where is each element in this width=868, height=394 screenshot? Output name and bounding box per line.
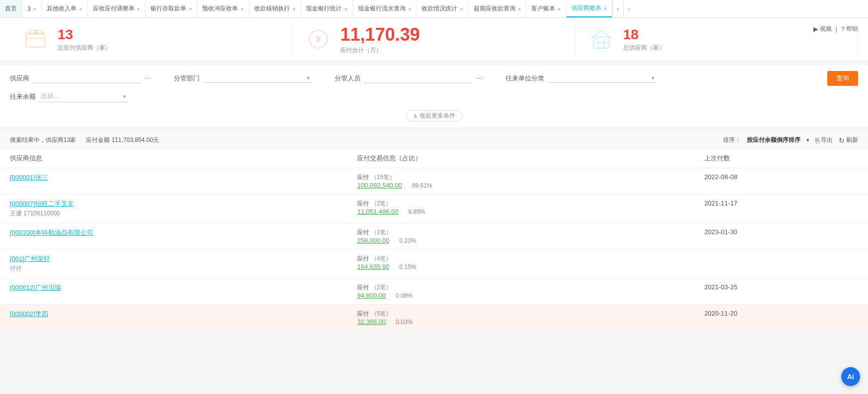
tx-amount-link[interactable]: 164,635.90 bbox=[357, 263, 389, 270]
last-pay-cell: 2023-01-30 bbox=[694, 223, 868, 250]
tab-3[interactable]: 3 × bbox=[22, 0, 42, 17]
tab-other-income[interactable]: 其他收入单 × bbox=[42, 0, 87, 17]
tx-amount-row: 100,092,540.0089.61% bbox=[357, 182, 684, 189]
tx-percent: 0.03% bbox=[396, 319, 413, 326]
total-suppliers-number: 18 bbox=[623, 26, 665, 43]
tx-amount-link[interactable]: 94,600.00 bbox=[357, 292, 386, 299]
supplier-link[interactable]: [000012]广州贝瑞 bbox=[10, 284, 61, 291]
tx-type-label: 应付 bbox=[357, 200, 370, 207]
category-select[interactable]: ▾ bbox=[547, 74, 656, 83]
close-icon[interactable]: × bbox=[408, 6, 411, 12]
tab-ar-ap-adjust[interactable]: 应收应付调整单 × bbox=[88, 0, 145, 17]
tab-payment-stats[interactable]: 收款情况统计 × bbox=[417, 0, 468, 17]
refresh-icon: ↻ bbox=[839, 136, 845, 144]
last-pay-cell: 2022-08-08 bbox=[694, 168, 868, 195]
nav-arrow-left[interactable]: ‹ bbox=[612, 0, 623, 17]
tab-bank-deposit[interactable]: 银行存取款单 × bbox=[145, 0, 197, 17]
person-input[interactable] bbox=[363, 73, 473, 83]
table-row: [000007]恒旺二手叉车王通 17106110000应付 （2笔）11,05… bbox=[0, 195, 868, 223]
money-icon: ¥ bbox=[304, 25, 332, 53]
sort-value[interactable]: 按应付余额倒序排序 bbox=[747, 136, 800, 144]
tab-cash-bank-flow[interactable]: 现金银行流水查询 × bbox=[353, 0, 417, 17]
close-icon[interactable]: × bbox=[344, 6, 347, 12]
supplier-sub-info: 王通 17106110000 bbox=[10, 209, 337, 218]
tab-supplier-ledger[interactable]: 供应商账本 × bbox=[567, 0, 612, 17]
payable-total-label: 应付合计（万） bbox=[340, 46, 420, 55]
close-icon[interactable]: × bbox=[79, 6, 82, 12]
result-count: 搜索结果中，供应商13家 bbox=[10, 136, 76, 144]
nav-arrow-right[interactable]: › bbox=[623, 0, 634, 17]
close-icon[interactable]: × bbox=[189, 6, 192, 12]
close-icon[interactable]: × bbox=[240, 6, 243, 12]
tx-amount-link[interactable]: 32,366.00 bbox=[357, 318, 386, 326]
tab-customer-ledger[interactable]: 客户账本 × bbox=[526, 0, 566, 17]
summary-payable-suppliers: 13 总应付供应商（家） bbox=[10, 25, 292, 53]
chevron-up-icon: ∧ bbox=[413, 113, 418, 120]
store-icon bbox=[587, 25, 615, 53]
video-link[interactable]: ▶ 视频 bbox=[813, 25, 832, 33]
close-icon[interactable]: × bbox=[558, 6, 561, 12]
balance-select[interactable]: 选择... ▾ bbox=[39, 91, 128, 102]
close-icon[interactable]: × bbox=[604, 5, 607, 11]
tab-payment-verify[interactable]: 收款核销执行 × bbox=[249, 0, 301, 17]
supplier-icon bbox=[22, 25, 50, 53]
svg-rect-7 bbox=[598, 42, 604, 48]
collapse-conditions-button[interactable]: ∧ 收起更多条件 bbox=[406, 110, 463, 122]
chevron-down-icon: ▾ bbox=[806, 137, 809, 143]
supplier-filter-label: 供应商 bbox=[10, 74, 29, 83]
tx-type-label: 应付 bbox=[357, 229, 370, 236]
supplier-info-cell: [001]广州荣轩仔仔 bbox=[0, 250, 347, 278]
tx-count: （4笔） bbox=[371, 255, 392, 262]
summary-payable-total: ¥ 11,170.39 应付合计（万） bbox=[292, 24, 575, 55]
last-pay-cell: 2020-11-20 bbox=[694, 305, 868, 331]
refresh-button[interactable]: ↻ 刷新 bbox=[839, 136, 858, 144]
close-icon[interactable]: × bbox=[518, 6, 521, 12]
tx-percent: 89.61% bbox=[412, 182, 433, 189]
chevron-down-icon: ▾ bbox=[307, 75, 310, 81]
supplier-link[interactable]: [001]广州荣轩 bbox=[10, 255, 50, 263]
separator: | bbox=[836, 26, 837, 33]
export-button[interactable]: ⎘ 导出 bbox=[815, 136, 833, 144]
result-bar: 搜索结果中，供应商13家 应付金额 111,703,854.00元 排序： 按应… bbox=[0, 132, 868, 149]
supplier-link[interactable]: [000002]李四 bbox=[10, 310, 48, 318]
tab-cash-bank-stats[interactable]: 现金银行统计 × bbox=[301, 0, 353, 17]
tx-amount-link[interactable]: 11,051,486.00 bbox=[357, 208, 398, 215]
help-icon: ? bbox=[841, 25, 845, 33]
close-icon[interactable]: × bbox=[33, 6, 36, 12]
tx-count: （2笔） bbox=[371, 200, 392, 207]
close-icon[interactable]: × bbox=[292, 6, 295, 12]
filter-row-1: 供应商 ··· 分管部门 ▾ 分管人员 ··· 往来单位分类 ▾ 查询 bbox=[10, 71, 858, 86]
close-icon[interactable]: × bbox=[460, 6, 463, 12]
filter-department: 分管部门 ▾ bbox=[174, 74, 312, 83]
tab-advance-offset[interactable]: 预收冲应收单 × bbox=[197, 0, 249, 17]
table-row: [000001]张三应付 （15笔）100,092,540.0089.61%20… bbox=[0, 168, 868, 195]
dept-select[interactable]: ▾ bbox=[203, 74, 312, 83]
dept-filter-label: 分管部门 bbox=[174, 74, 200, 83]
supplier-link[interactable]: [000100]本特勒油品有限公司 bbox=[10, 229, 93, 236]
filter-category: 往来单位分类 ▾ bbox=[506, 74, 656, 83]
close-icon[interactable]: × bbox=[137, 6, 140, 12]
tab-overdue-ar[interactable]: 超期应收款查询 × bbox=[469, 0, 526, 17]
supplier-dots-button[interactable]: ··· bbox=[145, 74, 151, 83]
tab-home[interactable]: 首页 bbox=[0, 0, 22, 17]
tx-count: （2笔） bbox=[371, 284, 392, 291]
table-row: [000012]广州贝瑞应付 （2笔）94,600.000.08%2021-03… bbox=[0, 278, 868, 305]
payable-total-number: 11,170.39 bbox=[340, 24, 420, 45]
tx-label-row: 应付 （2笔） bbox=[357, 199, 684, 208]
tx-percent: 0.15% bbox=[399, 263, 416, 270]
top-right-links: ▶ 视频 | ? 帮助 bbox=[813, 25, 858, 33]
supplier-link[interactable]: [000007]恒旺二手叉车 bbox=[10, 200, 74, 207]
person-dots-button[interactable]: ··· bbox=[476, 74, 482, 83]
summary-payable-amount-text: 11,170.39 应付合计（万） bbox=[340, 24, 420, 55]
tx-count: （15笔） bbox=[371, 174, 395, 181]
tx-amount-link[interactable]: 100,092,540.00 bbox=[357, 182, 402, 189]
supplier-info-cell: [000012]广州贝瑞 bbox=[0, 278, 347, 305]
supplier-link[interactable]: [000001]张三 bbox=[10, 174, 48, 181]
tx-count: （5笔） bbox=[371, 310, 392, 317]
tx-type-label: 应付 bbox=[357, 284, 370, 291]
help-link[interactable]: ? 帮助 bbox=[841, 25, 858, 33]
tx-info-cell: 应付 （1笔）258,000.000.23% bbox=[347, 223, 694, 250]
tx-amount-link[interactable]: 258,000.00 bbox=[357, 237, 389, 244]
supplier-input[interactable] bbox=[32, 73, 142, 83]
search-button[interactable]: 查询 bbox=[827, 71, 858, 86]
